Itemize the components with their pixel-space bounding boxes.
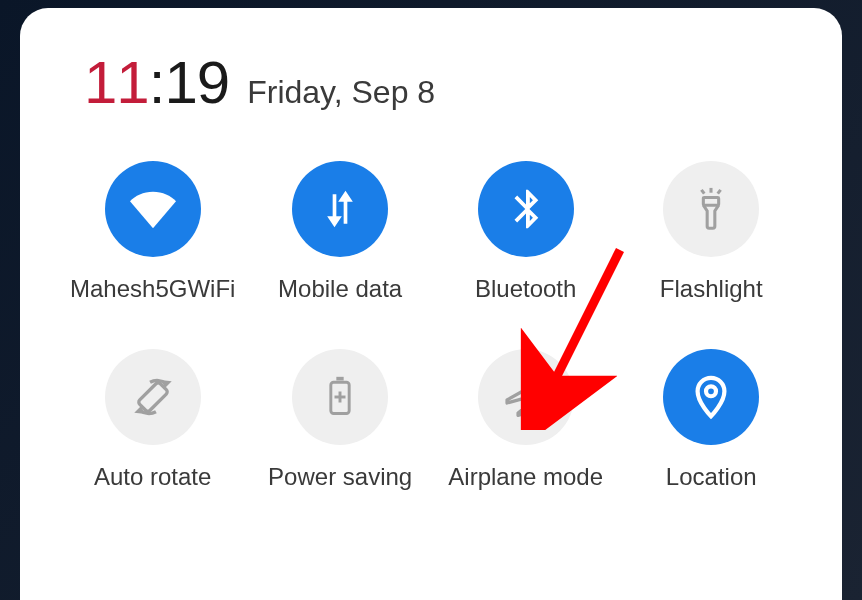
tile-label: Mobile data (278, 275, 402, 303)
tile-wifi[interactable]: Mahesh5GWiFi (70, 161, 235, 303)
tile-label: Airplane mode (448, 463, 603, 491)
quick-settings-tiles: Mahesh5GWiFi Mobile data Bluetooth Flash… (70, 161, 792, 491)
clock-hour: 11 (84, 49, 149, 116)
tile-label: Auto rotate (94, 463, 211, 491)
tile-auto-rotate[interactable]: Auto rotate (70, 349, 235, 491)
flashlight-icon (663, 161, 759, 257)
location-icon (663, 349, 759, 445)
tile-flashlight[interactable]: Flashlight (630, 161, 792, 303)
svg-line-2 (702, 190, 705, 194)
tile-label: Location (666, 463, 757, 491)
tile-mobile-data[interactable]: Mobile data (259, 161, 421, 303)
tile-airplane-mode[interactable]: Airplane mode (445, 349, 607, 491)
tile-label: Power saving (268, 463, 412, 491)
tile-bluetooth[interactable]: Bluetooth (445, 161, 607, 303)
status-header: 11:19 Friday, Sep 8 (84, 48, 792, 117)
tile-label: Flashlight (660, 275, 763, 303)
svg-rect-0 (704, 198, 719, 206)
power-saving-icon (292, 349, 388, 445)
mobile-data-icon (292, 161, 388, 257)
clock-separator: : (149, 49, 165, 116)
clock-minute: 19 (164, 49, 229, 116)
wifi-icon (105, 161, 201, 257)
tile-label: Bluetooth (475, 275, 576, 303)
svg-line-3 (718, 190, 721, 194)
bluetooth-icon (478, 161, 574, 257)
tile-location[interactable]: Location (630, 349, 792, 491)
clock-time: 11:19 (84, 48, 229, 117)
svg-point-9 (706, 386, 716, 396)
auto-rotate-icon (105, 349, 201, 445)
tile-power-saving[interactable]: Power saving (259, 349, 421, 491)
tile-label: Mahesh5GWiFi (70, 275, 235, 303)
airplane-icon (478, 349, 574, 445)
quick-settings-panel: 11:19 Friday, Sep 8 Mahesh5GWiFi Mobile … (20, 8, 842, 600)
clock-date: Friday, Sep 8 (247, 74, 435, 111)
